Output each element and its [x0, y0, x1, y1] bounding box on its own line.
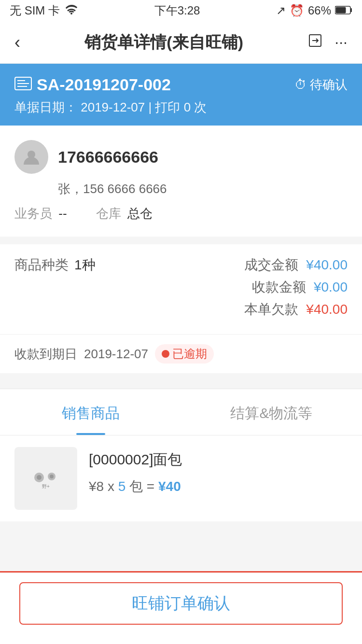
- confirm-button[interactable]: 旺铺订单确认: [19, 582, 343, 625]
- battery-icon: [335, 4, 352, 17]
- customer-phone: 17666666666: [58, 148, 158, 167]
- owed-row: 本单欠款 ¥40.00: [244, 300, 348, 319]
- status-time: 下午3:28: [154, 3, 200, 18]
- warehouse-item: 仓库 总仓: [96, 205, 153, 222]
- overdue-dot-icon: [162, 350, 169, 358]
- svg-rect-2: [336, 7, 346, 14]
- divider-1: [0, 237, 362, 244]
- salesman-label: 业务员: [14, 206, 52, 221]
- unit-value: 包: [129, 479, 143, 494]
- due-date-label: 收款到期日: [14, 346, 77, 363]
- divider-2: [0, 373, 362, 381]
- summary-left: 商品种类 1种: [14, 256, 96, 274]
- summary-inner: 商品种类 1种 成交金额 ¥40.00 收款金额 ¥0.00 本单欠款 ¥40.…: [14, 256, 348, 322]
- clock-icon: ⏱: [294, 77, 307, 92]
- bottom-bar: 旺铺订单确认: [0, 571, 362, 644]
- owed-value: ¥40.00: [306, 302, 348, 317]
- svg-rect-1: [350, 8, 352, 12]
- due-date-section: 收款到期日 2019-12-07 已逾期: [0, 334, 362, 373]
- customer-section: 17666666666 张，156 6666 6666 业务员 -- 仓库 总仓: [0, 126, 362, 237]
- equals-sign: =: [147, 479, 158, 494]
- product-image: 野+: [14, 447, 77, 510]
- tab-sales[interactable]: 销售商品: [0, 389, 181, 435]
- multiply-sign: x: [108, 479, 118, 494]
- product-info: [0000002]面包 ¥8 x 5 包 = ¥40: [89, 447, 348, 496]
- warehouse-label: 仓库: [96, 206, 121, 221]
- svg-point-9: [50, 475, 54, 478]
- battery-text: 66%: [308, 4, 331, 17]
- tabs-header: 销售商品 结算&物流等: [0, 389, 362, 435]
- overdue-badge: 已逾期: [155, 344, 214, 364]
- customer-name: 张，156 6666 6666: [14, 181, 348, 197]
- received-label: 收款金额: [252, 278, 306, 296]
- product-item: 野+ [0000002]面包 ¥8 x 5 包 = ¥40: [14, 447, 348, 510]
- order-id-row: SA-20191207-002 ⏱ 待确认: [14, 75, 348, 94]
- received-row: 收款金额 ¥0.00: [244, 278, 348, 296]
- more-button[interactable]: ···: [334, 33, 348, 51]
- share-button[interactable]: [307, 33, 323, 52]
- location-icon: ↗: [276, 4, 286, 17]
- order-id: SA-20191207-002: [14, 75, 171, 94]
- nav-bar: ‹ 销货单详情(来自旺铺) ···: [0, 21, 362, 64]
- salesman-value: --: [58, 206, 67, 221]
- order-date: 单据日期： 2019-12-07 | 打印 0 次: [14, 99, 348, 116]
- summary-right: 成交金额 ¥40.00 收款金额 ¥0.00 本单欠款 ¥40.00: [244, 256, 348, 322]
- transaction-value: ¥40.00: [306, 257, 348, 273]
- owed-label: 本单欠款: [244, 300, 298, 319]
- page-title: 销货单详情(来自旺铺): [84, 31, 243, 54]
- transaction-label: 成交金额: [244, 256, 298, 274]
- order-status: ⏱ 待确认: [294, 76, 348, 93]
- warehouse-value: 总仓: [127, 206, 153, 221]
- nav-actions: ···: [307, 33, 348, 52]
- carrier-text: 无 SIM 卡: [10, 3, 60, 18]
- category-label: 商品种类: [14, 256, 69, 274]
- back-button[interactable]: ‹: [14, 32, 20, 53]
- overdue-text: 已逾期: [172, 346, 207, 362]
- product-list: 野+ [0000002]面包 ¥8 x 5 包 = ¥40: [0, 435, 362, 521]
- product-price: ¥8 x 5 包 = ¥40: [89, 477, 348, 496]
- customer-row: 17666666666: [14, 140, 348, 174]
- status-right: ↗ ⏰ 66%: [276, 4, 352, 17]
- summary-section: 商品种类 1种 成交金额 ¥40.00 收款金额 ¥0.00 本单欠款 ¥40.…: [0, 244, 362, 334]
- salesman-item: 业务员 --: [14, 205, 67, 222]
- status-left: 无 SIM 卡: [10, 3, 78, 18]
- tab-settlement[interactable]: 结算&物流等: [181, 389, 362, 435]
- order-header: SA-20191207-002 ⏱ 待确认 单据日期： 2019-12-07 |…: [0, 64, 362, 126]
- category-value: 1种: [74, 256, 96, 274]
- svg-text:野+: 野+: [42, 484, 50, 489]
- total-value: ¥40: [158, 479, 181, 494]
- avatar: [14, 140, 48, 174]
- received-value: ¥0.00: [314, 280, 348, 295]
- due-date-value: 2019-12-07: [84, 347, 148, 362]
- customer-meta: 业务员 -- 仓库 总仓: [14, 205, 348, 222]
- alarm-icon: ⏰: [290, 4, 304, 17]
- product-name: [0000002]面包: [89, 450, 348, 470]
- quantity-value: 5: [118, 479, 126, 494]
- svg-point-7: [37, 475, 42, 480]
- transaction-row: 成交金额 ¥40.00: [244, 256, 348, 274]
- tabs-section: 销售商品 结算&物流等 野+ [0000002]面包 ¥8 x 5: [0, 389, 362, 521]
- price-value: ¥8: [89, 479, 104, 494]
- order-icon: [14, 75, 32, 94]
- wifi-icon: [65, 4, 78, 17]
- status-bar: 无 SIM 卡 下午3:28 ↗ ⏰ 66%: [0, 0, 362, 21]
